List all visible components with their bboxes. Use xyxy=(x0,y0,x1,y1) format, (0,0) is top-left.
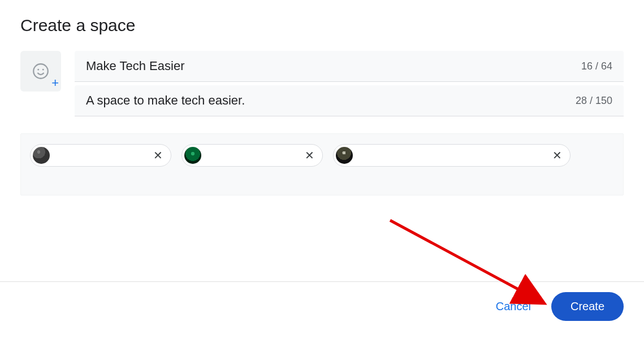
avatar xyxy=(33,147,50,164)
svg-point-1 xyxy=(37,69,39,71)
close-icon[interactable]: ✕ xyxy=(550,150,564,161)
create-button[interactable]: Create xyxy=(551,292,624,321)
space-description-counter: 28 / 150 xyxy=(569,95,612,107)
cancel-button[interactable]: Cancel xyxy=(491,294,535,319)
person-chip[interactable]: ✕ xyxy=(333,144,570,167)
plus-icon: + xyxy=(51,77,59,89)
space-name-field: 16 / 64 xyxy=(75,51,624,82)
smiley-icon xyxy=(31,62,50,81)
fields-column: 16 / 64 28 / 150 xyxy=(75,51,624,120)
create-space-dialog: Create a space + 16 / 64 28 / 150 xyxy=(0,0,644,195)
svg-point-2 xyxy=(42,69,44,71)
name-row: + 16 / 64 28 / 150 xyxy=(20,51,624,120)
person-chip[interactable]: ✕ xyxy=(30,144,171,167)
footer-divider xyxy=(0,281,644,282)
avatar xyxy=(184,147,201,164)
people-picker[interactable]: ✕ ✕ ✕ xyxy=(20,133,624,195)
space-description-field: 28 / 150 xyxy=(75,85,624,116)
close-icon[interactable]: ✕ xyxy=(302,150,317,161)
space-name-counter: 16 / 64 xyxy=(574,60,612,72)
svg-line-3 xyxy=(390,220,537,299)
emoji-picker-button[interactable]: + xyxy=(20,51,61,92)
dialog-title: Create a space xyxy=(20,16,624,35)
avatar xyxy=(336,147,353,164)
dialog-footer: Cancel Create xyxy=(491,292,624,321)
space-description-input[interactable] xyxy=(86,93,569,108)
space-name-input[interactable] xyxy=(86,59,574,73)
person-chip[interactable]: ✕ xyxy=(181,144,323,167)
close-icon[interactable]: ✕ xyxy=(151,150,165,161)
svg-point-0 xyxy=(33,64,48,79)
